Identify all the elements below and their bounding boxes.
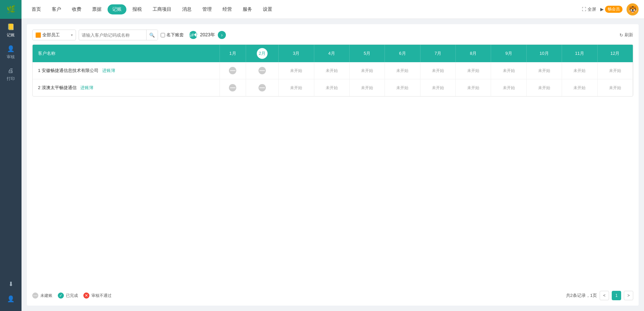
employee-select-text: 全部员工 — [42, 32, 70, 38]
nav-billing[interactable]: 收费 — [67, 4, 86, 14]
footer: — 未建账 ✓ 已完成 ✕ 审核不通过 共2条记录，1页 < 1 > — [32, 291, 633, 300]
search-input[interactable] — [79, 33, 146, 38]
dash-icon: — — [258, 84, 266, 91]
col-month-1: 1月 — [220, 45, 246, 62]
sidebar-item-user[interactable]: 👤 — [0, 291, 22, 306]
row2-month-10: 未开始 — [526, 79, 562, 96]
refresh-button[interactable]: ↻ 刷新 — [619, 32, 633, 38]
nav-clients[interactable]: 客户 — [47, 4, 66, 14]
rejected-icon: ✕ — [83, 293, 89, 299]
col-month-11: 11月 — [562, 45, 597, 62]
row2-month-7: 未开始 — [420, 79, 455, 96]
search-button[interactable]: 🔍 — [146, 30, 158, 40]
next-page-button[interactable]: > — [624, 291, 633, 300]
print-icon: 🖨 — [7, 67, 15, 75]
row2-month-4: 未开始 — [314, 79, 349, 96]
row2-month-9: 未开始 — [491, 79, 526, 96]
col-month-8: 8月 — [456, 45, 491, 62]
content-area: 🟧 全部员工 ▾ 🔍 名下账套 &#� 2023年 › — [22, 19, 644, 311]
sidebar-label-bookkeeping: 记账 — [7, 32, 15, 38]
nav-operations[interactable]: 经营 — [218, 4, 237, 14]
row2-enter-book-link[interactable]: 进账簿 — [80, 85, 93, 90]
col-month-6: 6月 — [385, 45, 420, 62]
row1-month-5: 未开始 — [349, 62, 385, 79]
sidebar-label-print: 打印 — [7, 76, 15, 82]
avatar[interactable]: 🐯 — [627, 3, 639, 15]
rejected-label: 审核不通过 — [91, 293, 112, 299]
nav-bookkeeping[interactable]: 记账 — [108, 4, 126, 14]
current-page-button[interactable]: 1 — [612, 291, 621, 300]
nav-bizitems[interactable]: 工商项目 — [148, 4, 176, 14]
col-month-12: 12月 — [597, 45, 633, 62]
chevron-down-icon: ▾ — [71, 33, 73, 37]
col-month-3: 3月 — [279, 45, 314, 62]
user-icon: 👤 — [7, 295, 15, 303]
sidebar: 🌿 📒 记账 👤 审核 🖨 打印 ⬇ 👤 — [0, 0, 22, 311]
total-records-text: 共2条记录，1页 — [566, 293, 597, 299]
sidebar-item-print[interactable]: 🖨 打印 — [0, 63, 22, 84]
row1-month-3: 未开始 — [279, 62, 314, 79]
table-body: 1 安徽畅捷通信息技术有限公司 进账簿 — — 未开始 未开始 未开始 未开始 … — [33, 62, 633, 96]
col-month-7: 7月 — [420, 45, 455, 62]
nav-services[interactable]: 服务 — [238, 4, 257, 14]
fullscreen-label: 全屏 — [588, 6, 596, 12]
topnav-right: ⛶ 全屏 ▶ 畅会员 🐯 — [582, 3, 639, 15]
nav-invoices[interactable]: 票据 — [87, 4, 106, 14]
row1-client-name: 1 安徽畅捷通信息技术有限公司 进账簿 — [33, 62, 220, 79]
main-area: 首页 客户 收费 票据 记账 报税 工商项目 消息 管理 经营 服务 设置 ⛶ … — [22, 0, 644, 311]
year-display: 2023年 — [200, 32, 215, 38]
table-row: 1 安徽畅捷通信息技术有限公司 进账簿 — — 未开始 未开始 未开始 未开始 … — [33, 62, 633, 79]
sidebar-item-download[interactable]: ⬇ — [0, 276, 22, 291]
nav-management[interactable]: 管理 — [198, 4, 216, 14]
top-navigation: 首页 客户 收费 票据 记账 报税 工商项目 消息 管理 经营 服务 设置 ⛶ … — [22, 0, 644, 19]
my-accounts-checkbox[interactable] — [161, 33, 165, 37]
legend-not-created: — 未建账 — [32, 293, 52, 299]
employee-select[interactable]: 🟧 全部员工 ▾ — [32, 30, 76, 40]
sidebar-label-audit: 审核 — [7, 54, 15, 60]
row2-month-11: 未开始 — [562, 79, 597, 96]
row2-month-12: 未开始 — [597, 79, 633, 96]
download-icon: ⬇ — [7, 280, 15, 288]
legend-completed: ✓ 已完成 — [58, 293, 78, 299]
fullscreen-button[interactable]: ⛶ 全屏 — [582, 6, 596, 12]
row2-month-2: — — [246, 79, 278, 96]
row2-month-8: 未开始 — [456, 79, 491, 96]
row1-month-10: 未开始 — [526, 62, 562, 79]
prev-year-button[interactable]: &#� — [189, 31, 197, 39]
my-accounts-checkbox-label[interactable]: 名下账套 — [161, 32, 184, 38]
nav-tax[interactable]: 报税 — [128, 4, 147, 14]
pagination: 共2条记录，1页 < 1 > — [566, 291, 633, 300]
row1-enter-book-link[interactable]: 进账簿 — [102, 68, 115, 73]
col-client-name: 客户名称 — [33, 45, 220, 62]
col-month-2: 2月 — [246, 45, 278, 62]
row1-month-4: 未开始 — [314, 62, 349, 79]
row1-month-8: 未开始 — [456, 62, 491, 79]
col-month-10: 10月 — [526, 45, 562, 62]
vip-button[interactable]: ▶ 畅会员 — [600, 6, 622, 13]
accounts-table: 客户名称 1月 2月 3月 4月 5月 6月 7月 8月 — [32, 44, 633, 96]
nav-home[interactable]: 首页 — [27, 4, 46, 14]
completed-icon: ✓ — [58, 293, 64, 299]
nav-messages[interactable]: 消息 — [177, 4, 196, 14]
refresh-icon: ↻ — [619, 33, 623, 38]
main-card: 🟧 全部员工 ▾ 🔍 名下账套 &#� 2023年 › — [27, 24, 639, 306]
next-year-button[interactable]: › — [218, 31, 226, 39]
dash-icon: — — [229, 67, 236, 74]
row2-client-name: 2 漠澳太平畅捷通信 进账簿 — [33, 79, 220, 96]
avatar-emoji: 🐯 — [629, 5, 637, 13]
dash-icon: — — [229, 84, 236, 91]
col-month-5: 5月 — [349, 45, 385, 62]
row1-month-7: 未开始 — [420, 62, 455, 79]
active-month-circle: 2月 — [257, 48, 268, 59]
completed-label: 已完成 — [66, 293, 78, 299]
nav-settings[interactable]: 设置 — [258, 4, 277, 14]
legend-rejected: ✕ 审核不通过 — [83, 293, 112, 299]
row1-month-12: 未开始 — [597, 62, 633, 79]
not-created-icon: — — [32, 293, 38, 299]
search-input-wrap: 🔍 — [79, 30, 158, 40]
sidebar-item-audit[interactable]: 👤 审核 — [0, 41, 22, 63]
audit-icon: 👤 — [7, 45, 15, 53]
sidebar-item-bookkeeping[interactable]: 📒 记账 — [0, 19, 22, 41]
prev-page-button[interactable]: < — [600, 291, 609, 300]
row1-month-9: 未开始 — [491, 62, 526, 79]
